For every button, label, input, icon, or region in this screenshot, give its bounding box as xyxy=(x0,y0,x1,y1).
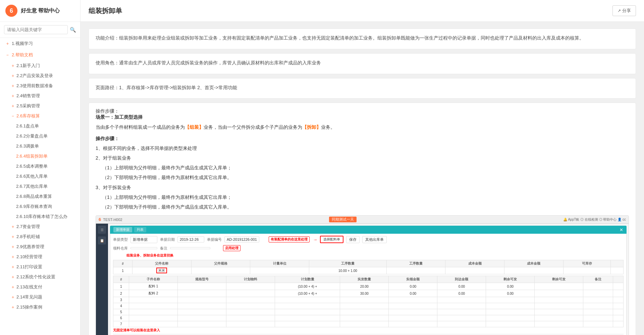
scenario1-desc: 当由多个子件材料组装成一个成品的业务为【组装】业务，当由一个父件拆分成多个子产品… xyxy=(96,123,629,131)
sidebar-item-cases[interactable]: ＋ 2.15操作案例 xyxy=(0,302,80,312)
mock-save-btn[interactable]: 保存 xyxy=(346,236,360,243)
sidebar-item-newbie[interactable]: ＋ 2.1新手入门 xyxy=(0,61,80,71)
sidebar-item-capital[interactable]: ＋ 2.7资金管理 xyxy=(0,222,80,232)
sidebar-item-help[interactable]: － 2.帮助文档 xyxy=(0,49,80,61)
sidebar-item-video[interactable]: ＋ 1.视频学习 xyxy=(0,38,80,49)
annotation-label-5: 无固定清单可以组装在这里录入 xyxy=(113,328,624,333)
step2-2: （2）下部明细为子件明细，最终作为原材料生成其它出库单。 xyxy=(102,173,629,182)
mock-other-btn[interactable]: 其他出库单 xyxy=(362,236,387,243)
sidebar-item-stock-query[interactable]: 2.6.9库存账本查询 xyxy=(0,202,80,212)
annotation-label-4: 启用处理 xyxy=(223,245,240,251)
steps-section: 操作步骤： 场景一：加工类型选择 当由多个子件材料组装成一个成品的业务为【组装】… xyxy=(89,103,636,335)
sidebar-item-faq[interactable]: ＋ 2.14常见问题 xyxy=(0,292,80,302)
path-text: 页面路径：1、库存核算->库存管理->组装拆卸单 2、首页->常用功能 xyxy=(96,84,629,92)
sidebar: 6 好生意 帮助中心 🔍 ＋ 1.视频学习 － 2.帮助文档 ＋ 2.1新手入门… xyxy=(0,0,80,335)
intro-text: 功能介绍：组装拆卸单用来处理企业组装或拆卸等加工业务，支持有固定装配清单的产品加… xyxy=(96,34,629,42)
sidebar-item-other-in[interactable]: 2.6.6其他入库单 xyxy=(0,171,80,181)
sidebar-item-adjust[interactable]: 2.6.3调拨单 xyxy=(0,141,80,151)
main-header: 组装拆卸单 ↗ 分享 xyxy=(80,0,644,22)
mock-lower-row7: 7 xyxy=(113,321,624,327)
sidebar-item-account-err[interactable]: 2.6.10库存账本错了怎么办 xyxy=(0,212,80,222)
sidebar-item-other-out[interactable]: 2.6.7其他出库单 xyxy=(0,181,80,191)
logo-area: 6 好生意 帮助中心 xyxy=(0,0,80,22)
sidebar-item-ops[interactable]: ＋ 2.10经营管理 xyxy=(0,252,80,262)
annotation-row: 组装业务、拆卸业务在这里切换 xyxy=(113,253,624,260)
sidebar-item-partial-count[interactable]: 2.6.2分量盘点单 xyxy=(0,131,80,141)
content-area: 功能介绍：组装拆卸单用来处理企业组装或拆卸等加工业务，支持有固定装配清单的产品加… xyxy=(80,22,644,335)
logo-text: 好生意 帮助中心 xyxy=(21,7,60,14)
search-area: 🔍 xyxy=(0,22,80,38)
logo-icon: 6 xyxy=(5,5,17,17)
role-card: 使用角色：通常由生产人员或库管人员完成拆装业务的操作，库管人员确认原材料的出库和… xyxy=(89,53,636,74)
mock-form-row1: 单据类型 新增单据 单据日期 2019-12-26 单据编号 AD-201912… xyxy=(113,236,624,243)
mock-lower-row4: 4 xyxy=(113,303,624,309)
mock-window-bar: 新增单据 列表 ✕ xyxy=(110,226,627,234)
mock-lower-row2: 2 配料 2 (10.00 + 4) + 30.00 0.00 0.00 0 xyxy=(113,290,624,297)
minus-icon: － xyxy=(5,52,10,58)
sidebar-item-goods-cost[interactable]: 2.6.8商品成本重算 xyxy=(0,191,80,202)
sidebar-item-stock-count[interactable]: 2.6.1盘点单 xyxy=(0,121,80,131)
step3: 3、对于拆装业务 xyxy=(96,183,629,192)
mock-tab-new[interactable]: 新增单据 xyxy=(113,227,132,232)
sidebar-item-data-prep[interactable]: ＋ 2.3使用前数据准备 xyxy=(0,81,80,91)
search-input[interactable] xyxy=(4,25,68,34)
arrow-icon-1: → xyxy=(313,237,317,242)
role-text: 使用角色：通常由生产人员或库管人员完成拆装业务的操作，库管人员确认原材料的出库和… xyxy=(96,59,629,67)
mock-lower-row5: 5 xyxy=(113,309,624,315)
sidebar-item-mobile[interactable]: ＋ 2.8手机旺铺 xyxy=(0,232,80,242)
intro-card: 功能介绍：组装拆卸单用来处理企业组装或拆卸等加工业务，支持有固定装配清单的产品加… xyxy=(89,29,636,49)
sidebar-item-purchase[interactable]: ＋ 2.5采购管理 xyxy=(0,101,80,111)
step3-2: （2）下部明细为子件明细，最终作为产成品生成其它入库单。 xyxy=(102,203,629,211)
sidebar-item-customize[interactable]: ＋ 2.12系统个性化设置 xyxy=(0,272,80,282)
share-icon: ↗ xyxy=(618,8,621,13)
mock-upper-row1: 1 米米 10.00 + 1.00 xyxy=(113,267,624,274)
annotation-label-3: 组装业务、拆卸业务在这里切换 xyxy=(126,253,173,258)
mock-lower-table: # 子件名称 规格型号 计划物料 计划数量 实发数量 实领金额 到达金额 剩余可 xyxy=(113,276,624,327)
sidebar-item-inventory[interactable]: － 2.6库存核算 xyxy=(0,111,80,121)
path-card: 页面路径：1、库存核算->库存管理->组装拆卸单 2、首页->常用功能 xyxy=(89,78,636,99)
mock-lower-row1: 1 配料 1 (10.00 + 4) + 20.00 0.00 0.00 0 xyxy=(113,283,624,290)
sidebar-item-coupon[interactable]: ＋ 2.9优惠券管理 xyxy=(0,242,80,252)
screenshot-mockup: 6 TEST-H002 同期测试一天 🔔 AppT账 ◎ 在线检测 ◎ 帮助中心… xyxy=(96,215,629,335)
step1: 1、根据不同的业务，选择不同单据的类型来处理 xyxy=(96,144,629,153)
search-button[interactable]: 🔍 xyxy=(70,27,76,33)
annotation-label-1: 有装配清单的在这里处理 xyxy=(269,236,310,242)
ops-title: 操作步骤： xyxy=(96,108,629,114)
plus-icon: ＋ xyxy=(5,41,10,47)
main-content: 组装拆卸单 ↗ 分享 功能介绍：组装拆卸单用来处理企业组装或拆卸等加工业务，支持… xyxy=(80,0,644,335)
page-title: 组装拆卸单 xyxy=(89,6,122,15)
mock-tab-list[interactable]: 列表 xyxy=(134,227,146,232)
mock-form-row2: 领料仓库 备注 启用处理 xyxy=(113,245,624,251)
mock-upper-table: # 父件名称 父件规格 计量单位 工序数量 工序数量 成本金额 成本金额 可库存 xyxy=(113,260,624,274)
sidebar-item-cost-adjust[interactable]: 2.6.5成本调整单 xyxy=(0,161,80,171)
mock-lower-row6: 6 xyxy=(113,315,624,321)
nav-section: ＋ 1.视频学习 － 2.帮助文档 ＋ 2.1新手入门 ＋ 2.2产品安装及登录… xyxy=(0,38,80,312)
sidebar-item-assemble[interactable]: 2.6.4组装拆卸单 xyxy=(0,151,80,161)
sidebar-item-print[interactable]: ＋ 2.11打印设置 xyxy=(0,262,80,272)
mock-lower-row3: 3 xyxy=(113,297,624,303)
mock-select-btn[interactable]: 选择配料单 xyxy=(320,236,343,243)
share-button[interactable]: ↗ 分享 xyxy=(612,5,636,16)
sidebar-item-pay[interactable]: ＋ 2.13在线支付 xyxy=(0,282,80,292)
step3-1: （1）上部明细为父件明细，最终作为原材料生成其它出库单； xyxy=(102,193,629,202)
step2: 2、对于组装业务 xyxy=(96,154,629,162)
step2-1: （1）上部明细为父件明细，最终作为产成品生成其它入库单； xyxy=(102,164,629,172)
sidebar-item-install[interactable]: ＋ 2.2产品安装及登录 xyxy=(0,71,80,81)
steps-title: 操作步骤： xyxy=(96,134,629,143)
scenario1-title: 场景一：加工类型选择 xyxy=(96,114,629,120)
sidebar-item-sales[interactable]: ＋ 2.4销售管理 xyxy=(0,91,80,101)
mock-close-icon[interactable]: ✕ xyxy=(620,227,623,232)
